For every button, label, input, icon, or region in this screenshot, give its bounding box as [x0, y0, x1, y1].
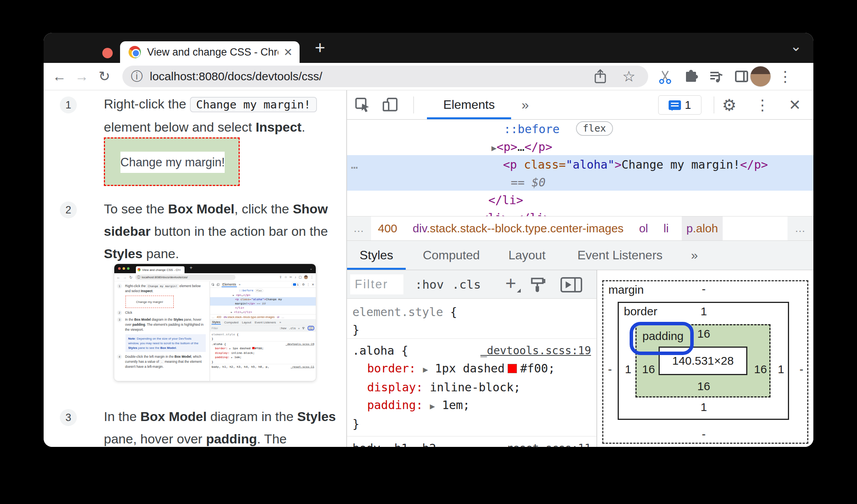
- reset-scss-link[interactable]: _reset.scss:11: [500, 440, 591, 447]
- step3-t1: In the: [104, 409, 141, 424]
- margin-label: margin: [608, 283, 644, 296]
- tab-event-listeners[interactable]: Event Listeners: [569, 241, 671, 270]
- step2-t4: pane.: [142, 246, 179, 261]
- step3-t3: pane, hover over: [104, 431, 206, 446]
- border-right-value[interactable]: 1: [778, 363, 784, 376]
- margin-top-value[interactable]: -: [702, 282, 706, 296]
- breadcrumb-item[interactable]: li: [664, 222, 669, 235]
- css-property-border[interactable]: border: ▶ 1px dashed#f00;: [352, 360, 591, 379]
- tab-elements[interactable]: Elements: [427, 90, 511, 119]
- flex-badge[interactable]: flex: [576, 121, 613, 136]
- step3-b3: padding: [206, 431, 257, 446]
- side-panel-icon[interactable]: [733, 68, 750, 85]
- tab-title: View and change CSS - Chrome: [147, 46, 278, 58]
- dom-node-before[interactable]: ::before flex: [504, 120, 613, 138]
- extensions-puzzle-icon[interactable]: [682, 68, 699, 85]
- step3-number: 3: [60, 409, 77, 426]
- margin-bottom-value[interactable]: -: [702, 428, 706, 441]
- pseudo-before[interactable]: ::before: [504, 122, 560, 136]
- dom-node-li-close[interactable]: </li>: [488, 191, 523, 209]
- element-style-selector[interactable]: element.style: [352, 305, 443, 319]
- toggle-hover-state-button[interactable]: :hov: [415, 270, 444, 299]
- reload-button[interactable]: ↻: [95, 68, 113, 85]
- dom-node-selected[interactable]: <p class="aloha">Change my margin!</p>: [503, 156, 768, 174]
- elements-tab-underline: [427, 117, 511, 119]
- step1-t2: element below and select: [104, 120, 256, 134]
- margin-left-value[interactable]: -: [608, 363, 612, 376]
- tab-close-icon[interactable]: ✕: [284, 46, 293, 59]
- issues-button[interactable]: 1: [658, 95, 701, 115]
- padding-top-value[interactable]: 16: [697, 327, 710, 340]
- margin-right-value[interactable]: -: [799, 363, 803, 376]
- tab-search-chevron-icon[interactable]: ⌄: [790, 38, 802, 54]
- chrome-favicon-icon: [129, 46, 141, 58]
- site-info-icon[interactable]: ⓘ: [131, 68, 143, 85]
- back-button[interactable]: ←: [51, 68, 68, 85]
- browser-window: View and change CSS - Chrome ✕ + ⌄ ← → ↻…: [44, 33, 813, 447]
- browser-menu-icon[interactable]: ⋮: [778, 68, 793, 85]
- thumb-tab-title: View and change CSS - Chrome: [142, 268, 179, 272]
- rule-aloha[interactable]: .aloha { _devtools.scss:19 border: ▶ 1px…: [347, 339, 596, 436]
- show-sidebar-button[interactable]: [560, 276, 583, 293]
- rendering-brush-icon[interactable]: [529, 276, 546, 293]
- dom-node-li-collapsed[interactable]: ▶<li>…</li>: [476, 209, 551, 216]
- scissors-extension-icon[interactable]: [657, 68, 674, 85]
- rule-reset[interactable]: body, h1, h2, _reset.scss:11: [347, 436, 596, 447]
- box-model-diagram: 140.531×28 margin border padding - 1 16 …: [602, 280, 808, 444]
- expand-arrow-icon[interactable]: ▶: [423, 365, 428, 374]
- devtools-close-icon[interactable]: ✕: [786, 96, 804, 114]
- more-panels-icon[interactable]: »: [522, 97, 529, 112]
- dom-node-p-collapsed[interactable]: ▶<p>…</p>: [491, 138, 552, 156]
- url-text[interactable]: localhost:8080/docs/devtools/css/: [150, 70, 322, 83]
- breadcrumb-item[interactable]: div.stack.stack--block.type.center-image…: [413, 222, 623, 235]
- new-style-rule-button[interactable]: +: [500, 270, 522, 299]
- tab-layout[interactable]: Layout: [505, 241, 549, 270]
- expand-arrow-icon[interactable]: ▶: [491, 143, 496, 153]
- padding-right-value[interactable]: 16: [754, 363, 767, 376]
- toggle-class-button[interactable]: .cls: [452, 270, 481, 299]
- share-icon[interactable]: [592, 68, 609, 85]
- new-tab-button[interactable]: +: [309, 37, 331, 59]
- devtools-settings-icon[interactable]: ⚙: [720, 96, 738, 114]
- step2-t2: , click the: [234, 201, 293, 216]
- demo-box-label[interactable]: Change my margin!: [120, 152, 225, 173]
- border-top-value[interactable]: 1: [701, 305, 707, 318]
- change-my-margin-demo-box[interactable]: Change my margin!: [104, 137, 240, 186]
- browser-tab[interactable]: View and change CSS - Chrome ✕: [120, 41, 300, 63]
- device-toolbar-icon[interactable]: [381, 96, 400, 114]
- profile-avatar[interactable]: [750, 66, 771, 87]
- more-sidebar-tabs-icon[interactable]: »: [685, 241, 704, 270]
- devtools-scss-link[interactable]: _devtools.scss:19: [480, 342, 591, 360]
- aloha-selector[interactable]: .aloha: [352, 344, 394, 357]
- forward-button[interactable]: →: [73, 68, 91, 85]
- thumb-toolbar: ←→↻ ⓘlocalhost:8080/docs/devtools/css/ ⇪…: [114, 273, 316, 281]
- tab-styles[interactable]: Styles: [347, 241, 406, 270]
- tab-computed[interactable]: Computed: [417, 241, 486, 270]
- styles-filter-input[interactable]: [350, 274, 403, 294]
- border-bottom-value[interactable]: 1: [701, 401, 707, 414]
- color-swatch[interactable]: [508, 364, 517, 373]
- inspect-element-icon[interactable]: [353, 96, 372, 114]
- border-left-value[interactable]: 1: [625, 363, 632, 376]
- extension-icons: [657, 68, 750, 85]
- breadcrumb-overflow-right[interactable]: …: [788, 216, 813, 240]
- devtools-menu-icon[interactable]: ⋮: [753, 96, 772, 114]
- breadcrumb-item[interactable]: ol: [639, 222, 648, 235]
- padding-left-value[interactable]: 16: [642, 363, 655, 376]
- close-window-button[interactable]: [102, 48, 113, 58]
- step3-b1: Box Model: [141, 409, 207, 424]
- address-bar[interactable]: ⓘ localhost:8080/docs/devtools/css/ ☆: [122, 66, 648, 87]
- reset-selector[interactable]: body, h1, h2,: [352, 440, 443, 447]
- node-menu-dots[interactable]: …: [351, 156, 358, 174]
- padding-bottom-value[interactable]: 16: [697, 380, 710, 393]
- playlist-music-icon[interactable]: [708, 68, 725, 85]
- rule-element-style[interactable]: element.style { }: [347, 299, 596, 339]
- breadcrumb-item[interactable]: 400: [378, 222, 397, 235]
- bookmark-star-icon[interactable]: ☆: [620, 68, 637, 85]
- css-property-padding[interactable]: padding: ▶ 1em;: [352, 396, 591, 415]
- devtools-panel: Elements » 1 ⚙ ⋮ ✕ ::before flex: [346, 90, 813, 447]
- breadcrumb-item-selected[interactable]: p.aloh: [682, 216, 723, 240]
- breadcrumb-overflow-left[interactable]: …: [347, 216, 371, 240]
- css-property-display[interactable]: display: inline-block;: [352, 379, 591, 396]
- expand-arrow-icon[interactable]: ▶: [430, 401, 435, 411]
